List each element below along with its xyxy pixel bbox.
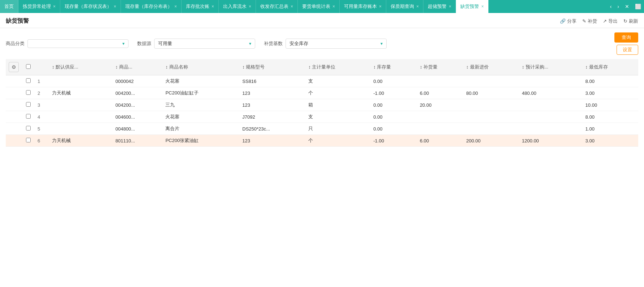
row-checkbox-4[interactable] xyxy=(26,126,31,131)
col-unit[interactable]: ↕ 主计量单位 xyxy=(305,59,370,75)
restock-select[interactable]: 安全库存 ▾ xyxy=(286,39,387,49)
tab-9-close[interactable]: × xyxy=(416,4,419,9)
col-check-all[interactable] xyxy=(22,59,35,75)
tab-11-close[interactable]: × xyxy=(481,4,484,9)
tab-7[interactable]: 要货单统计表 × xyxy=(298,0,340,13)
category-filter: 商品分类 ▾ xyxy=(6,39,129,48)
tab-4-close[interactable]: × xyxy=(212,4,214,9)
row-check-cell[interactable] xyxy=(22,99,35,111)
tab-7-close[interactable]: × xyxy=(332,4,335,9)
tab-2[interactable]: 现存量（库存状况表） × xyxy=(60,0,121,13)
row-checkbox-5[interactable] xyxy=(26,138,31,142)
category-select[interactable]: ▾ xyxy=(27,39,129,48)
restock-icon: ✎ xyxy=(582,18,586,24)
tab-next-btn[interactable]: › xyxy=(614,0,622,13)
data-table: ⚙ ↕ 默认供应... ↕ 商品... ↕ 商品名称 xyxy=(6,59,638,147)
tab-9[interactable]: 保质期查询 × xyxy=(386,0,423,13)
category-arrow-icon: ▾ xyxy=(122,41,125,46)
tab-11[interactable]: 缺货预警 × xyxy=(456,0,488,13)
tab-8-close[interactable]: × xyxy=(379,4,382,9)
row-index: 3 xyxy=(35,99,49,111)
col-name[interactable]: ↕ 商品名称 xyxy=(162,59,239,75)
row-code: 004200... xyxy=(113,87,163,99)
col-supplier[interactable]: ↕ 默认供应... xyxy=(49,59,113,75)
tab-maximize-btn[interactable]: ⬜ xyxy=(632,0,644,13)
row-min-stock: 3.00 xyxy=(583,87,638,99)
tab-4[interactable]: 库存批次账 × xyxy=(182,0,219,13)
row-supplier xyxy=(49,111,113,123)
row-latest-price xyxy=(464,111,519,123)
refresh-button[interactable]: ↻ 刷新 xyxy=(623,18,638,25)
tab-2-close[interactable]: × xyxy=(114,4,116,9)
tab-home[interactable]: 首页 xyxy=(0,0,18,13)
tab-10[interactable]: 超储预警 × xyxy=(423,0,456,13)
row-checkbox-3[interactable] xyxy=(26,114,31,119)
row-checkbox-1[interactable] xyxy=(26,90,31,95)
col-stock[interactable]: ↕ 库存量 xyxy=(370,59,417,75)
row-check-cell[interactable] xyxy=(22,75,35,87)
col-settings[interactable]: ⚙ xyxy=(6,59,22,75)
row-name: PC200油缸缸子 xyxy=(162,87,239,99)
tab-home-label: 首页 xyxy=(4,3,14,10)
row-check-cell[interactable] xyxy=(22,123,35,135)
tab-close-btn[interactable]: ✕ xyxy=(622,0,632,13)
row-restock: 6.00 xyxy=(417,87,464,99)
row-name: 离合片 xyxy=(162,123,239,135)
row-check-cell[interactable] xyxy=(22,87,35,99)
tab-8[interactable]: 可用量库存账本 × xyxy=(340,0,386,13)
datasource-select[interactable]: 可用量 ▾ xyxy=(154,39,255,49)
col-estimated[interactable]: ↕ 预计采购... xyxy=(519,59,583,75)
tab-10-label: 超储预警 xyxy=(428,3,447,10)
column-settings-icon[interactable]: ⚙ xyxy=(9,62,19,72)
row-stock: -1.00 xyxy=(370,87,417,99)
row-spec: SS816 xyxy=(239,75,305,87)
col-code[interactable]: ↕ 商品... xyxy=(113,59,163,75)
col-min-stock-label: ↕ 最低库存 xyxy=(586,64,608,70)
row-checkbox-2[interactable] xyxy=(26,102,31,107)
row-stock: -1.00 xyxy=(370,135,417,147)
tab-5-close[interactable]: × xyxy=(249,4,251,9)
row-index: 1 xyxy=(35,75,49,87)
row-min-stock: 8.00 xyxy=(583,111,638,123)
filter-bar: 商品分类 ▾ 数据源 可用量 ▾ 补货基数 安全库存 ▾ 查询 设置 xyxy=(0,28,644,59)
search-button[interactable]: 查询 xyxy=(614,32,638,43)
col-spec[interactable]: ↕ 规格型号 xyxy=(239,59,305,75)
table-row: 3 004200... 三九 123 箱 0.00 20.00 10.00 xyxy=(6,99,638,111)
restock-label: 补货 xyxy=(588,18,597,25)
tab-3[interactable]: 现存量（库存分布表） × xyxy=(121,0,182,13)
tab-6[interactable]: 收发存汇总表 × xyxy=(256,0,298,13)
row-check-cell[interactable] xyxy=(22,111,35,123)
tab-prev-btn[interactable]: ‹ xyxy=(607,0,615,13)
row-index: 4 xyxy=(35,111,49,123)
row-check-cell[interactable] xyxy=(22,135,35,147)
col-latest-price[interactable]: ↕ 最新进价 xyxy=(464,59,519,75)
col-min-stock[interactable]: ↕ 最低库存 xyxy=(583,59,638,75)
settings-button[interactable]: 设置 xyxy=(617,45,638,55)
col-spec-label: ↕ 规格型号 xyxy=(242,64,265,70)
col-restock[interactable]: ↕ 补货量 xyxy=(417,59,464,75)
row-spec: DS250*23c... xyxy=(239,123,305,135)
row-supplier xyxy=(49,99,113,111)
col-stock-label: ↕ 库存量 xyxy=(373,64,391,70)
row-checkbox-0[interactable] xyxy=(26,78,31,83)
row-min-stock: 3.00 xyxy=(583,135,638,147)
tab-1-close[interactable]: × xyxy=(53,4,56,9)
row-code: 801110... xyxy=(113,135,163,147)
tab-6-close[interactable]: × xyxy=(291,4,293,9)
col-latest-price-label: ↕ 最新进价 xyxy=(466,64,489,70)
restock-value: 安全库存 xyxy=(290,40,308,47)
table-body: 1 0000042 火花塞 SS816 支 0.00 8.00 2 力天机械 0… xyxy=(6,75,638,147)
col-code-label: ↕ 商品... xyxy=(116,64,132,70)
tab-10-close[interactable]: × xyxy=(449,4,451,9)
tab-navigation: ‹ › ✕ ⬜ xyxy=(607,0,644,13)
tab-1[interactable]: 拣货异常处理 × xyxy=(18,0,60,13)
restock-button[interactable]: ✎ 补货 xyxy=(582,18,597,25)
export-button[interactable]: ↗ 导出 xyxy=(603,18,618,25)
row-index: 5 xyxy=(35,123,49,135)
row-latest-price xyxy=(464,99,519,111)
share-button[interactable]: 🔗 分享 xyxy=(560,18,576,25)
tab-5[interactable]: 出入库流水 × xyxy=(219,0,256,13)
row-spec: 123 xyxy=(239,135,305,147)
tab-3-close[interactable]: × xyxy=(174,4,177,9)
check-all-checkbox[interactable] xyxy=(26,64,31,69)
